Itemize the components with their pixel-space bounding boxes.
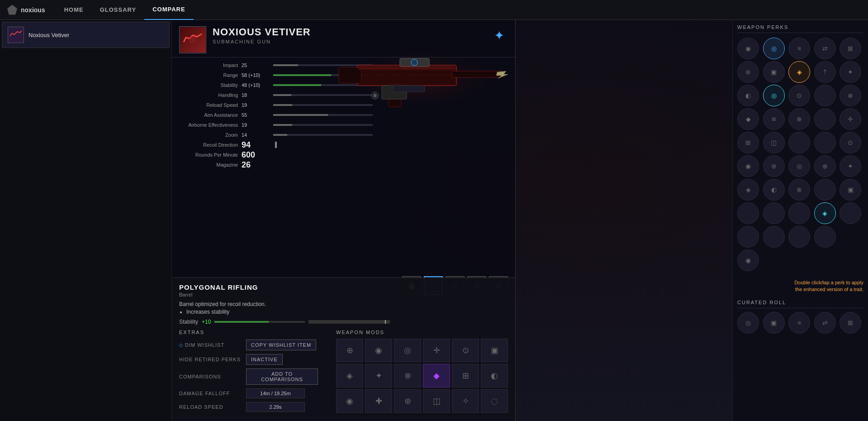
stat-row-rpm: Rounds Per Minute 600 (179, 151, 508, 159)
svg-rect-4 (452, 71, 502, 77)
perk-8[interactable]: ⇡ (814, 61, 836, 83)
mod-icon-3[interactable]: ✛ (423, 339, 450, 362)
mod-icon-0[interactable]: ⊕ (336, 339, 363, 362)
perk-40[interactable] (840, 202, 861, 224)
perk-4[interactable]: ⊠ (840, 38, 861, 59)
perk-18[interactable]: ⊕ (788, 108, 810, 130)
extras-dim-row: ◇DIM WISHLIST COPY WISHLIST ITEM (179, 340, 318, 350)
sidebar-item-icon (8, 27, 24, 43)
perk-41[interactable] (737, 226, 759, 248)
weapon-icon-box (179, 26, 206, 53)
right-panel-hint: Double click/tap a perk to applythe enha… (737, 279, 863, 293)
perk-30[interactable]: ✦ (840, 155, 861, 177)
nav-home[interactable]: HOME (56, 0, 92, 20)
mod-icon-5[interactable]: ▣ (481, 339, 508, 362)
perk-6[interactable]: ▣ (763, 61, 785, 83)
add-to-comparisons-btn[interactable]: ADD TO COMPARISONS (246, 368, 318, 385)
weapon-perks-title: WEAPON PERKS (737, 24, 863, 33)
perk-27[interactable]: ⊛ (763, 155, 785, 177)
mod-icon-17[interactable]: ◌ (481, 389, 508, 413)
perk-3[interactable]: ⇄ (814, 38, 836, 59)
perk-23[interactable] (788, 132, 810, 153)
perk-7[interactable]: ◈ (788, 61, 810, 83)
mod-icon-9[interactable]: ◆ (423, 364, 450, 388)
mod-icon-15[interactable]: ◫ (423, 389, 450, 413)
mod-icon-12[interactable]: ◉ (336, 389, 363, 413)
reload-speed-value: 2.29s (246, 402, 305, 412)
perk-11[interactable]: ◐ (737, 85, 759, 106)
weapon-mods-title: WEAPON MODS (336, 330, 508, 335)
perk-20[interactable]: ✛ (840, 108, 861, 130)
sidebar-item-noxious[interactable]: Noxious Vetiver (2, 22, 170, 48)
sidebar: Noxious Vetiver (0, 20, 172, 421)
mod-icon-8[interactable]: ⊗ (394, 364, 421, 388)
perk-36[interactable] (737, 202, 759, 224)
perk-42[interactable] (763, 226, 785, 248)
perk-33[interactable]: ⊗ (788, 179, 810, 201)
mod-icon-14[interactable]: ⊛ (394, 389, 421, 413)
perk-38[interactable] (788, 202, 810, 224)
perk-tooltip-type: Barrel (179, 292, 508, 297)
perk-14[interactable] (814, 85, 836, 106)
perk-45[interactable]: ◉ (737, 249, 759, 271)
hide-retired-btn[interactable]: INACTIVE (246, 354, 283, 365)
perk-35[interactable]: ▣ (840, 179, 861, 201)
svg-rect-5 (339, 67, 361, 83)
weapon-type: SUBMACHINE GUN (213, 39, 311, 44)
perk-29[interactable]: ⊕ (814, 155, 836, 177)
perk-5[interactable]: ⊛ (737, 61, 759, 83)
mod-icon-13[interactable]: ✚ (365, 389, 392, 413)
perk-26[interactable]: ◉ (737, 155, 759, 177)
mod-icon-1[interactable]: ◉ (365, 339, 392, 362)
perk-15[interactable]: ⊗ (840, 85, 861, 106)
curated-perk-4[interactable]: ⊠ (840, 312, 861, 334)
mod-icon-2[interactable]: ◎ (394, 339, 421, 362)
perk-25[interactable]: ⊙ (840, 132, 861, 153)
perk-13[interactable]: ⊙ (788, 85, 810, 106)
perk-32[interactable]: ◐ (763, 179, 785, 201)
perk-1[interactable]: ◎ (763, 38, 785, 59)
curated-perk-1[interactable]: ▣ (763, 312, 785, 334)
content-area: NOXIOUS VETIVER SUBMACHINE GUN ✦ Impact … (172, 20, 868, 421)
weapon-svg (330, 38, 511, 120)
copy-wishlist-btn[interactable]: COPY WISHLIST ITEM (246, 340, 316, 350)
perk-tooltip-desc: Barrel optimized for recoil reduction. I… (179, 301, 508, 315)
mod-icon-6[interactable]: ◈ (336, 364, 363, 388)
perk-37[interactable] (763, 202, 785, 224)
perk-2[interactable]: ≡ (788, 38, 810, 59)
mod-icon-11[interactable]: ◐ (481, 364, 508, 388)
mod-icon-16[interactable]: ✧ (452, 389, 479, 413)
sidebar-item-name: Noxious Vetiver (28, 32, 69, 38)
perk-44[interactable] (814, 226, 836, 248)
perk-12[interactable]: ◎ (763, 85, 785, 106)
perk-24[interactable] (814, 132, 836, 153)
perk-31[interactable]: ◈ (737, 179, 759, 201)
extras-compare-row: COMPARISONS ADD TO COMPARISONS (179, 368, 318, 385)
weapon-image (330, 38, 511, 120)
perk-tooltip-stat: Stability +10 (179, 319, 508, 325)
perk-22[interactable]: ◫ (763, 132, 785, 153)
nav-compare[interactable]: COMPARE (144, 0, 193, 20)
perk-39[interactable]: ◈ (814, 202, 836, 224)
perk-10[interactable]: ✦ (840, 61, 861, 83)
nav-glossary[interactable]: GLOSSARY (92, 0, 144, 20)
weapon-icon-inner (180, 27, 205, 53)
curated-perk-3[interactable]: ⇄ (814, 312, 836, 334)
mod-icon-10[interactable]: ⊞ (452, 364, 479, 388)
mod-icon-7[interactable]: ✦ (365, 364, 392, 388)
perk-19[interactable] (814, 108, 836, 130)
perk-34[interactable] (814, 179, 836, 201)
perk-17[interactable]: ≋ (763, 108, 785, 130)
perk-0[interactable]: ◉ (737, 38, 759, 59)
perk-21[interactable]: ⊞ (737, 132, 759, 153)
perk-tooltip: POLYGONAL RIFLING Barrel Barrel optimize… (172, 277, 515, 421)
extras-reload-row: RELOAD SPEED 2.29s (179, 402, 318, 412)
curated-perk-0[interactable]: ◎ (737, 312, 759, 334)
perk-43[interactable] (788, 226, 810, 248)
mod-icon-4[interactable]: ⊙ (452, 339, 479, 362)
perk-28[interactable]: ◎ (788, 155, 810, 177)
top-nav: noxious HOME GLOSSARY COMPARE (0, 0, 868, 20)
curated-perk-2[interactable]: ≡ (788, 312, 810, 334)
perk-16[interactable]: ◆ (737, 108, 759, 130)
curated-roll-title: CURATED ROLL (737, 300, 863, 308)
